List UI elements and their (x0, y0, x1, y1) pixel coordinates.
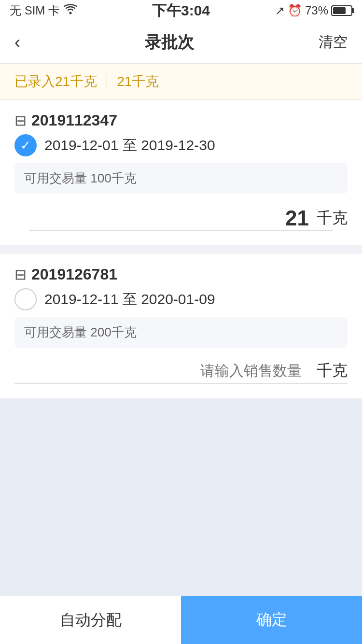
batch2-qty-input-row: 千克 (14, 355, 348, 381)
batch-card-2: ⊟ 2019126781 ✓ 2019-12-11 至 2020-01-09 可… (0, 254, 362, 398)
batch1-separator (29, 230, 333, 231)
bottom-area (0, 399, 362, 602)
battery-icon (331, 5, 352, 16)
batch1-qty-value: 21 (270, 206, 309, 230)
batch-card-1: ⊟ 2019112347 ✓ 2019-12-01 至 2019-12-30 可… (0, 100, 362, 245)
batch1-avail-label: 可用交易量 (24, 171, 87, 185)
alarm-icon: ⏰ (288, 4, 302, 17)
batch2-avail-label: 可用交易量 (24, 325, 87, 339)
batch2-qty-input[interactable] (174, 363, 309, 379)
auto-distribute-label: 自动分配 (60, 610, 122, 631)
batch1-check-icon: ✓ (20, 138, 31, 153)
batch1-icon: ⊟ (14, 112, 27, 129)
banner-divider (107, 75, 107, 88)
batch2-date-range: 2019-12-11 至 2020-01-09 (44, 290, 215, 309)
batch1-date-row: ✓ 2019-12-01 至 2019-12-30 (14, 134, 348, 156)
batch2-date-row: ✓ 2019-12-11 至 2020-01-09 (14, 288, 348, 310)
recorded-label: 已录入21千克 (14, 72, 97, 91)
wifi-icon (64, 4, 77, 17)
carrier-text: 无 SIM 卡 (10, 3, 60, 18)
battery-percent: 73% (305, 4, 328, 17)
status-right: ↗ ⏰ 73% (275, 4, 352, 17)
batch1-qty-unit: 千克 (317, 208, 348, 229)
footer: 自动分配 确定 (0, 596, 362, 644)
batch2-input-underline (14, 383, 348, 384)
auto-distribute-button[interactable]: 自动分配 (0, 596, 181, 644)
clear-button[interactable]: 清空 (319, 32, 348, 52)
batch1-radio[interactable]: ✓ (14, 134, 37, 156)
confirm-button[interactable]: 确定 (181, 596, 362, 644)
batch2-id: 2019126781 (31, 266, 117, 283)
batch1-avail-value: 100千克 (90, 171, 136, 185)
batch1-qty-row: 21 千克 (14, 201, 348, 230)
location-icon: ↗ (275, 4, 285, 17)
status-time: 下午3:04 (152, 1, 210, 21)
batch1-date-range: 2019-12-01 至 2019-12-30 (44, 136, 215, 155)
batch2-icon: ⊟ (14, 266, 27, 283)
status-bar: 无 SIM 卡 下午3:04 ↗ ⏰ 73% (0, 0, 362, 21)
back-button[interactable]: ‹ (14, 32, 20, 53)
card-gap (0, 246, 362, 254)
batch2-radio[interactable]: ✓ (14, 288, 37, 310)
page-title: 录批次 (145, 31, 194, 54)
batch2-header: ⊟ 2019126781 (14, 266, 348, 283)
batch1-header: ⊟ 2019112347 (14, 112, 348, 129)
nav-bar: ‹ 录批次 清空 (0, 21, 362, 64)
batch1-avail: 可用交易量 100千克 (14, 163, 348, 194)
status-left: 无 SIM 卡 (10, 3, 77, 18)
info-banner: 已录入21千克 21千克 (0, 64, 362, 100)
batch2-avail: 可用交易量 200千克 (14, 317, 348, 348)
confirm-label: 确定 (256, 609, 287, 630)
banner-amount: 21千克 (117, 72, 159, 91)
batch1-id: 2019112347 (31, 112, 117, 129)
batch2-qty-unit: 千克 (317, 360, 348, 381)
batch2-avail-value: 200千克 (90, 325, 136, 339)
svg-point-0 (70, 12, 72, 14)
